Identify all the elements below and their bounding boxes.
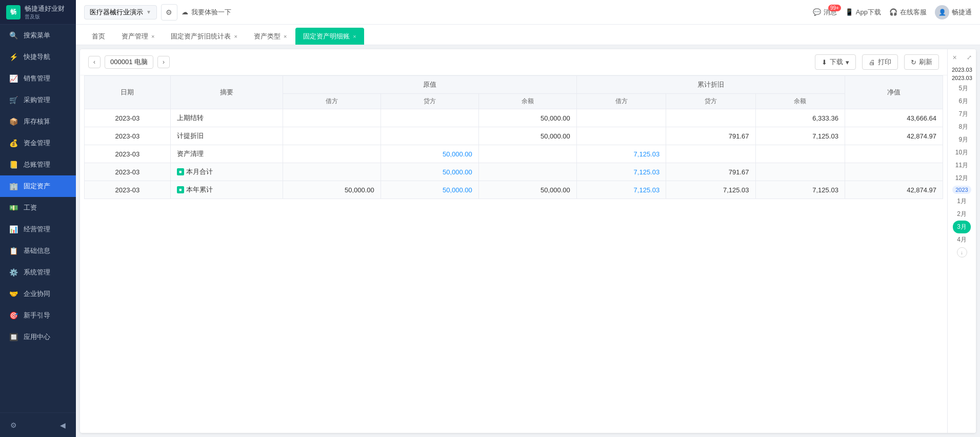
service-btn[interactable]: 🎧 在线客服 <box>889 8 927 17</box>
tab-depreciation-stats[interactable]: 固定资产折旧统计表 × <box>163 28 245 45</box>
tab-asset-type-label: 资产类型 <box>254 32 281 41</box>
table-cell-orig-credit: 50,000.00 <box>381 181 478 199</box>
timeline-month-item[interactable]: 7月 <box>951 108 972 121</box>
sidebar-item-funds[interactable]: 💰 资金管理 <box>0 132 76 154</box>
sidebar-item-guide[interactable]: 🎯 新手引导 <box>0 305 76 326</box>
detail-toolbar-right: ⬇ 下载 ▾ 🖨 打印 ↻ 刷新 <box>815 54 939 70</box>
timeline-month-item[interactable]: 11月 <box>951 159 972 172</box>
sales-icon: 📈 <box>8 73 18 84</box>
sidebar-item-quicknav[interactable]: ⚡ 快捷导航 <box>0 46 76 68</box>
table-cell-date: 2023-03 <box>85 109 171 127</box>
timeline-month-item[interactable]: 5月 <box>951 82 972 95</box>
sidebar-scroll: 🔍 搜索菜单 ⚡ 快捷导航 📈 销售管理 🛒 采购管理 📦 库存核算 💰 资金管… <box>0 25 76 412</box>
asset-detail-table: 日期 摘要 原值 累计折旧 净值 借方 贷方 余额 借方 贷方 余额 <box>84 75 943 199</box>
sidebar-item-inventory[interactable]: 📦 库存核算 <box>0 111 76 132</box>
tab-asset-mgmt-close[interactable]: × <box>151 33 154 39</box>
timeline-month-item[interactable]: 2月 <box>953 208 971 221</box>
table-cell-acc-balance: 6,333.36 <box>755 109 845 127</box>
sidebar-item-label: 系统管理 <box>24 268 50 277</box>
sidebar-logo-text: 畅捷通好业财 普及版 <box>25 4 65 21</box>
dropdown-arrow-icon: ▾ <box>846 58 849 66</box>
timeline-month-item[interactable]: 9月 <box>951 133 972 146</box>
tab-asset-type[interactable]: 资产类型 × <box>246 28 294 45</box>
company-selector[interactable]: 医疗器械行业演示 ▼ <box>84 5 157 19</box>
topbar-settings-btn[interactable]: ⚙ <box>161 4 177 21</box>
sidebar-item-label: 经营管理 <box>24 225 50 234</box>
table-cell-acc-credit: 791.67 <box>666 127 755 145</box>
timeline-month-item[interactable]: 10月 <box>951 146 972 159</box>
table-cell-orig-debit: 50,000.00 <box>283 181 381 199</box>
tab-home[interactable]: 首页 <box>84 28 113 45</box>
sidebar-item-sales[interactable]: 📈 销售管理 <box>0 68 76 89</box>
sidebar-item-label: 搜索菜单 <box>24 31 50 40</box>
timeline-month-item[interactable]: 8月 <box>951 121 972 133</box>
table-cell-acc-balance: 7,125.03 <box>755 127 845 145</box>
timeline-close-btn[interactable]: × <box>949 51 961 64</box>
print-btn[interactable]: 🖨 打印 <box>862 54 898 70</box>
sidebar-collapse-icon[interactable]: ◀ <box>57 420 68 430</box>
sidebar-item-label: 采购管理 <box>24 95 50 105</box>
refresh-btn[interactable]: ↻ 刷新 <box>904 54 939 70</box>
col-orig-balance: 余额 <box>478 94 576 109</box>
timeline-down-btn[interactable]: ↓ <box>957 247 967 257</box>
timeline-month-item[interactable]: 6月 <box>951 95 972 108</box>
print-label: 打印 <box>878 57 891 67</box>
timeline-month-item[interactable]: 1月 <box>953 195 971 208</box>
tab-depreciation-stats-close[interactable]: × <box>234 33 237 39</box>
table-cell-net <box>845 163 943 181</box>
table-cell-net <box>845 145 943 163</box>
msg-btn[interactable]: 💬 消息 99+ <box>813 8 837 17</box>
table-cell-acc-debit <box>576 109 666 127</box>
timeline-month-item[interactable]: 4月 <box>953 233 971 246</box>
print-icon: 🖨 <box>869 58 875 66</box>
user-name: 畅捷通 <box>952 8 972 17</box>
sidebar: 畅 畅捷通好业财 普及版 🔍 搜索菜单 ⚡ 快捷导航 📈 销售管理 🛒 采购管理… <box>0 0 76 437</box>
user-profile-btn[interactable]: 👤 畅捷通 <box>935 5 972 19</box>
table-cell-net: 43,666.64 <box>845 109 943 127</box>
table-cell-orig-debit <box>283 163 381 181</box>
tab-asset-type-close[interactable]: × <box>284 33 287 39</box>
tab-asset-detail-close[interactable]: × <box>353 33 356 39</box>
timeline-panel: × ⤢ 2023.03 2023.03 5月6月7月8月9月10月11月12月 … <box>947 49 976 433</box>
sidebar-item-label: 总账管理 <box>24 160 50 169</box>
timeline-expand-btn[interactable]: ⤢ <box>963 51 975 64</box>
timeline-months-current: 1月2月3月4月 <box>953 195 971 246</box>
table-cell-acc-balance: 7,125.03 <box>755 181 845 199</box>
sidebar-item-system[interactable]: ⚙️ 系统管理 <box>0 262 76 283</box>
sidebar-item-operation[interactable]: 📊 经营管理 <box>0 218 76 240</box>
sidebar-item-search[interactable]: 🔍 搜索菜单 <box>0 25 76 46</box>
sidebar-bottom: ⚙ ◀ <box>0 412 76 437</box>
tab-asset-mgmt[interactable]: 资产管理 × <box>114 28 162 45</box>
timeline-months-before: 5月6月7月8月9月10月11月12月 <box>951 82 972 185</box>
experience-btn[interactable]: ☁ 我要体验一下 <box>182 8 231 17</box>
sidebar-item-fixed[interactable]: 🏢 固定资产 <box>0 175 76 197</box>
sidebar-item-appcenter[interactable]: 🔲 应用中心 <box>0 326 76 348</box>
download-label: 下载 <box>830 57 843 67</box>
prev-asset-btn[interactable]: ‹ <box>88 56 101 68</box>
asset-code-badge: 000001 电脑 <box>105 55 153 69</box>
sidebar-item-basic[interactable]: 📋 基础信息 <box>0 240 76 262</box>
sidebar-item-ledger[interactable]: 📒 总账管理 <box>0 154 76 175</box>
table-cell-acc-credit <box>666 109 755 127</box>
table-cell-orig-debit <box>283 109 381 127</box>
timeline-month-item[interactable]: 12月 <box>951 172 972 185</box>
tab-asset-detail[interactable]: 固定资产明细账 × <box>295 28 364 45</box>
col-original: 原值 <box>283 76 576 94</box>
download-btn[interactable]: ⬇ 下载 ▾ <box>815 54 856 70</box>
sidebar-item-purchase[interactable]: 🛒 采购管理 <box>0 89 76 111</box>
msg-badge: 99+ <box>828 5 841 11</box>
table-cell-acc-credit <box>666 145 755 163</box>
system-icon: ⚙️ <box>8 267 18 277</box>
sidebar-logo-icon: 畅 <box>6 5 21 19</box>
table-cell-acc-debit: 7,125.03 <box>576 163 666 181</box>
sidebar-settings-icon[interactable]: ⚙ <box>8 420 18 430</box>
sidebar-item-label: 固定资产 <box>24 182 50 191</box>
app-download-btn[interactable]: 📱 App下载 <box>845 8 881 17</box>
sidebar-item-salary[interactable]: 💵 工资 <box>0 197 76 218</box>
detail-toolbar: ‹ 000001 电脑 › ⬇ 下载 ▾ � <box>80 49 947 75</box>
table-cell-date: 2023-03 <box>85 145 171 163</box>
sidebar-item-collab[interactable]: 🤝 企业协同 <box>0 283 76 305</box>
col-acc-credit: 贷方 <box>666 94 755 109</box>
next-asset-btn[interactable]: › <box>157 56 170 68</box>
timeline-month-item[interactable]: 3月 <box>953 221 971 233</box>
